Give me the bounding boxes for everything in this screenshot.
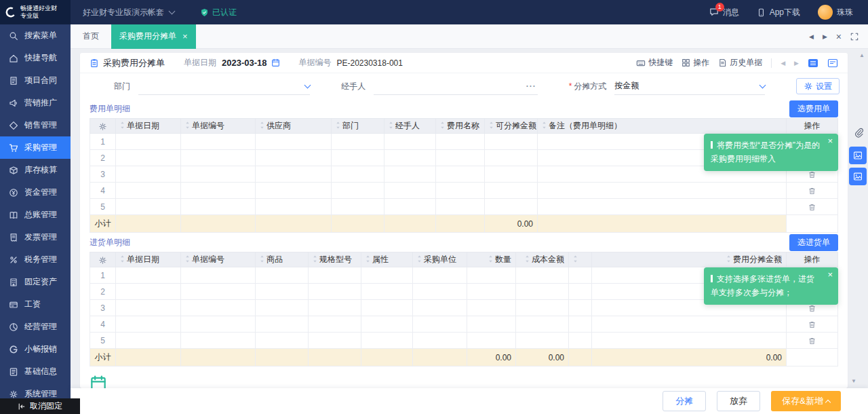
column-header-3[interactable]: 供应商: [256, 119, 332, 134]
tooltip-close-icon[interactable]: ×: [827, 270, 833, 279]
prev-record-icon[interactable]: ◀: [781, 60, 785, 67]
tab-scroll-right-icon[interactable]: ▶: [823, 33, 827, 40]
sidebar-item-invoice[interactable]: 发票管理: [0, 226, 71, 248]
column-header-5[interactable]: 属性: [361, 252, 413, 267]
column-header-6[interactable]: 采购单位: [413, 252, 467, 267]
sort-icon[interactable]: [260, 255, 264, 265]
grid-cell[interactable]: [384, 199, 436, 215]
sort-icon[interactable]: [185, 121, 190, 131]
sidebar-item-money[interactable]: 资金管理: [0, 181, 71, 204]
grid-cell[interactable]: [436, 199, 485, 215]
grid-cell[interactable]: [436, 134, 485, 150]
grid-cell[interactable]: [413, 316, 467, 333]
grid-cell[interactable]: [256, 199, 332, 215]
grid-cell[interactable]: [516, 267, 569, 284]
sort-icon[interactable]: [489, 121, 494, 131]
grid-cell[interactable]: [361, 333, 413, 349]
grid-cell[interactable]: [467, 284, 516, 300]
grid-cell[interactable]: [413, 267, 467, 284]
sidebar-item-ledger[interactable]: 总账管理: [0, 204, 71, 226]
grid-cell[interactable]: [384, 134, 436, 150]
grid-cell[interactable]: [467, 300, 516, 316]
grid-cell[interactable]: [332, 166, 384, 183]
grid-cell[interactable]: [116, 166, 181, 183]
settings-button[interactable]: 设置: [796, 78, 840, 94]
unpin-sidebar-button[interactable]: 取消固定: [0, 398, 80, 414]
scroll-up-icon[interactable]: ▲: [859, 52, 865, 58]
operations-button[interactable]: 操作: [682, 57, 709, 69]
select-goods-button[interactable]: 选进货单: [789, 234, 838, 251]
grid-cell[interactable]: [569, 267, 592, 284]
grid-cell[interactable]: [436, 150, 485, 166]
grid-cell[interactable]: [256, 316, 309, 333]
grid-cell[interactable]: [116, 267, 181, 284]
shortcut-keys-button[interactable]: 快捷键: [636, 57, 673, 69]
grid-cell[interactable]: [592, 316, 787, 333]
list-view-icon[interactable]: [808, 58, 818, 69]
grid-cell[interactable]: [181, 300, 256, 316]
handler-field[interactable]: 经手人 ···: [341, 78, 537, 95]
tab-close-icon[interactable]: ×: [182, 31, 188, 41]
grid-cell[interactable]: [256, 166, 332, 183]
grid-cell[interactable]: [332, 150, 384, 166]
sort-icon[interactable]: [542, 121, 547, 131]
grid-cell[interactable]: [256, 300, 309, 316]
grid-cell[interactable]: [332, 134, 384, 150]
grid-cell[interactable]: [538, 183, 787, 199]
grid-cell[interactable]: [181, 199, 256, 215]
allocate-button[interactable]: 分摊: [663, 391, 706, 411]
grid-cell[interactable]: [384, 166, 436, 183]
grid-cell[interactable]: [181, 150, 256, 166]
sidebar-item-search[interactable]: 搜索菜单: [0, 24, 71, 47]
column-header-2[interactable]: 单据编号: [181, 252, 256, 267]
grid-cell[interactable]: [516, 316, 569, 333]
detail-view-icon[interactable]: [827, 58, 838, 69]
discard-button[interactable]: 放弃: [717, 391, 760, 411]
column-header-10[interactable]: 费用分摊金额: [592, 252, 787, 267]
calendar-icon[interactable]: [271, 58, 280, 67]
grid-cell[interactable]: [569, 300, 592, 316]
grid-cell[interactable]: [569, 284, 592, 300]
column-header-7[interactable]: 可分摊金额: [485, 119, 538, 134]
grid-cell[interactable]: [181, 316, 256, 333]
grid-cell[interactable]: [516, 333, 569, 349]
grid-cell[interactable]: [436, 183, 485, 199]
department-field[interactable]: 部门: [114, 78, 310, 95]
grid-cell[interactable]: [116, 199, 181, 215]
grid-cell[interactable]: [256, 267, 309, 284]
sort-icon[interactable]: [260, 121, 264, 131]
sidebar-item-cart[interactable]: 采购管理: [0, 136, 71, 159]
sort-icon[interactable]: [120, 255, 125, 265]
column-header-4[interactable]: 规格型号: [309, 252, 361, 267]
sidebar-item-tax[interactable]: 税务管理: [0, 248, 71, 271]
sidebar-item-megaphone[interactable]: 营销推广: [0, 92, 71, 114]
grid-cell[interactable]: [256, 134, 332, 150]
grid-cell[interactable]: [309, 316, 361, 333]
grid-cell[interactable]: [569, 316, 592, 333]
grid-cell[interactable]: [516, 284, 569, 300]
tab-purchase-expense-allocation[interactable]: 采购费用分摊单 ×: [111, 24, 196, 49]
grid-cell[interactable]: [467, 333, 516, 349]
sidebar-item-salary[interactable]: 工资: [0, 293, 71, 316]
more-options-icon[interactable]: ···: [526, 81, 538, 91]
grid-cell[interactable]: [309, 333, 361, 349]
delete-row-icon[interactable]: [808, 187, 816, 195]
sidebar-item-contract[interactable]: 项目合同: [0, 69, 71, 92]
grid-cell[interactable]: [413, 284, 467, 300]
grid-cell[interactable]: [467, 316, 516, 333]
grid-cell[interactable]: [181, 134, 256, 150]
grid-cell[interactable]: [413, 300, 467, 316]
grid-cell[interactable]: [116, 183, 181, 199]
grid-cell[interactable]: [256, 333, 309, 349]
sort-icon[interactable]: [573, 255, 578, 265]
grid-cell[interactable]: [181, 284, 256, 300]
sidebar-item-sales[interactable]: 销售管理: [0, 114, 71, 136]
sidebar-item-building[interactable]: 固定资产: [0, 271, 71, 293]
account-switcher[interactable]: 好业财专业版演示帐套: [83, 7, 174, 18]
grid-cell[interactable]: [485, 166, 538, 183]
column-header-2[interactable]: 单据编号: [181, 119, 256, 134]
grid-cell[interactable]: [361, 316, 413, 333]
messages-button[interactable]: 1 消息: [709, 7, 739, 18]
grid-cell[interactable]: [538, 199, 787, 215]
column-header-7[interactable]: 数量: [467, 252, 516, 267]
